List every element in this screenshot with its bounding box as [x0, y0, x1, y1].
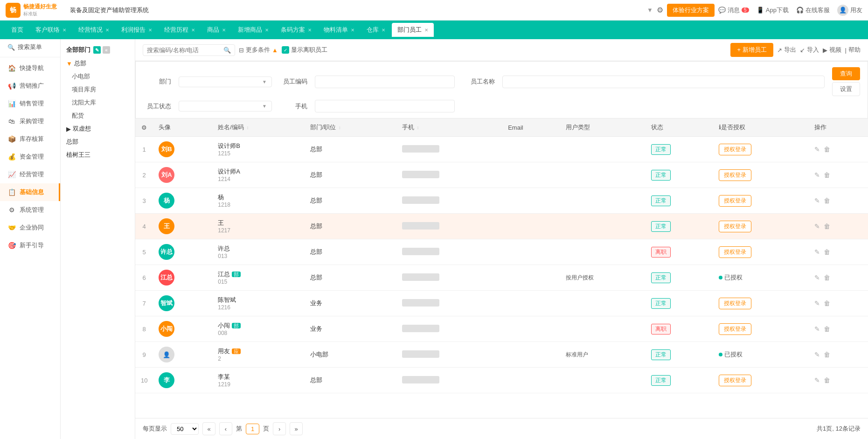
message-button[interactable]: 💬 消息 5 [718, 6, 749, 14]
sidebar-item-marketing[interactable]: 📢 营销推广 [0, 77, 60, 95]
show-resigned-toggle[interactable]: ✓ 显示离职员工 [282, 46, 327, 54]
tab-new-goods[interactable]: 新增商品 ✕ [232, 23, 274, 37]
add-employee-button[interactable]: + 新增员工 [730, 43, 773, 57]
per-page-select[interactable]: 50 100 200 [171, 423, 199, 435]
delete-icon[interactable]: 🗑 [824, 376, 830, 384]
show-resigned-checkbox[interactable]: ✓ [282, 46, 289, 54]
auth-button[interactable]: 授权登录 [719, 246, 751, 258]
dept-edit-icon[interactable]: ✎ [93, 46, 101, 54]
dept-group-shuangxu[interactable]: ▶ 双虚想 [61, 122, 135, 135]
dept-item-shenyang[interactable]: 沈阳大库 [61, 96, 135, 109]
tab-profit[interactable]: 利润报告 ✕ [116, 23, 158, 37]
dept-filter-select[interactable]: ▼ [179, 77, 272, 87]
tab-close-warehouse[interactable]: ✕ [382, 28, 385, 33]
tab-close-profit[interactable]: ✕ [148, 28, 152, 33]
sidebar-item-guide[interactable]: 🎯 新手引导 [0, 237, 60, 254]
experience-button[interactable]: 体验行业方案 [667, 4, 715, 17]
sidebar-item-basic-info[interactable]: 📋 基础信息 [0, 183, 60, 201]
help-button[interactable]: | 帮助 [845, 46, 861, 54]
import-button[interactable]: ↙ 导入 [800, 46, 819, 54]
auth-button[interactable]: 授权登录 [719, 221, 751, 232]
col-dept-role[interactable]: 部门/职位 ↕ [305, 118, 396, 137]
tab-customer[interactable]: 客户联络 ✕ [30, 23, 72, 37]
dept-all-header[interactable]: 全部部门 ✎ « [61, 43, 135, 57]
edit-icon[interactable]: ✎ [814, 351, 820, 358]
edit-icon[interactable]: ✎ [814, 300, 820, 307]
col-phone[interactable]: 手机 ↕ [396, 118, 502, 137]
sidebar-item-quicknav[interactable]: 🏠 快捷导航 [0, 59, 60, 77]
search-box[interactable]: 🔍 [143, 44, 235, 56]
delete-icon[interactable]: 🗑 [824, 171, 830, 179]
search-menu[interactable]: 🔍 搜索菜单 [0, 39, 60, 55]
edit-icon[interactable]: ✎ [814, 376, 820, 384]
emp-name-input[interactable] [502, 76, 825, 88]
auth-button[interactable]: 授权登录 [719, 298, 751, 309]
sidebar-item-sales[interactable]: 📊 销售管理 [0, 95, 60, 112]
sidebar-item-inventory[interactable]: 📦 库存核算 [0, 130, 60, 148]
more-filter-button[interactable]: ⊟ 更多条件 ▲ [239, 46, 278, 54]
online-service-button[interactable]: 🎧 在线客服 [796, 6, 830, 14]
tab-journey[interactable]: 经营历程 ✕ [159, 23, 201, 37]
tab-close-customer[interactable]: ✕ [62, 28, 66, 33]
dropdown-arrow-icon[interactable]: ▼ [647, 7, 653, 14]
tab-close-business[interactable]: ✕ [105, 28, 109, 33]
sidebar-item-purchase[interactable]: 🛍 采购管理 [0, 112, 60, 130]
tab-close-goods[interactable]: ✕ [222, 28, 226, 33]
prev-page-button[interactable]: ‹ [219, 422, 232, 435]
delete-icon[interactable]: 🗑 [824, 223, 830, 230]
auth-button[interactable]: 授权登录 [719, 144, 751, 155]
tab-business[interactable]: 经营情况 ✕ [73, 23, 115, 37]
delete-icon[interactable]: 🗑 [824, 274, 830, 281]
dept-item-zhishu[interactable]: 植树王三 [61, 148, 135, 161]
edit-icon[interactable]: ✎ [814, 146, 820, 153]
search-input[interactable] [147, 47, 222, 54]
edit-icon[interactable]: ✎ [814, 197, 820, 204]
sidebar-item-biz-mgmt[interactable]: 📈 经营管理 [0, 166, 60, 183]
delete-icon[interactable]: 🗑 [824, 300, 830, 307]
auth-button[interactable]: 授权登录 [719, 323, 751, 335]
auth-button[interactable]: 授权登录 [719, 195, 751, 207]
query-button[interactable]: 查询 [832, 67, 860, 80]
edit-icon[interactable]: ✎ [814, 274, 820, 281]
edit-icon[interactable]: ✎ [814, 171, 820, 179]
emp-status-select[interactable]: ▼ [179, 101, 272, 111]
tab-warehouse[interactable]: 仓库 ✕ [361, 23, 391, 37]
dept-collapse-icon[interactable]: « [103, 46, 110, 54]
app-download-button[interactable]: 📱 App下载 [757, 6, 789, 14]
sidebar-item-collab[interactable]: 🤝 企业协同 [0, 219, 60, 237]
auth-button[interactable]: 授权登录 [719, 169, 751, 181]
export-button[interactable]: ↗ 导出 [777, 46, 796, 54]
dept-group-zongbu[interactable]: ▼ 总部 小电部 项目库房 沈阳大库 配货 [61, 57, 135, 122]
tab-close-employees[interactable]: ✕ [424, 28, 428, 33]
delete-icon[interactable]: 🗑 [824, 248, 830, 256]
sidebar-item-finance[interactable]: 💰 资金管理 [0, 148, 60, 166]
delete-icon[interactable]: 🗑 [824, 351, 830, 358]
reset-button[interactable]: 设置 [832, 82, 860, 96]
tab-close-journey[interactable]: ✕ [191, 28, 195, 33]
col-settings[interactable]: ⚙ [135, 118, 153, 137]
col-name-code[interactable]: 姓名/编码 ↕ [212, 118, 304, 137]
next-page-button[interactable]: › [273, 422, 286, 435]
dept-item-zongbu2[interactable]: 总部 [61, 135, 135, 148]
dept-item-xiaodian[interactable]: 小电部 [61, 70, 135, 83]
last-page-button[interactable]: » [290, 422, 303, 435]
tab-employees[interactable]: 部门员工 ✕ [392, 23, 434, 37]
tab-close-barcode[interactable]: ✕ [308, 28, 312, 33]
delete-icon[interactable]: 🗑 [824, 197, 830, 204]
user-button[interactable]: 👤 用友 [837, 5, 862, 16]
sidebar-item-system[interactable]: ⚙ 系统管理 [0, 201, 60, 219]
tab-bom[interactable]: 物料清单 ✕ [318, 23, 360, 37]
settings-icon[interactable]: ⚙ [657, 6, 663, 14]
tab-close-bom[interactable]: ✕ [351, 28, 354, 33]
tab-home[interactable]: 首页 [6, 23, 29, 37]
dept-item-peihuo[interactable]: 配货 [61, 109, 135, 122]
auth-button[interactable]: 授权登录 [719, 375, 751, 386]
delete-icon[interactable]: 🗑 [824, 146, 830, 153]
dept-item-project[interactable]: 项目库房 [61, 83, 135, 96]
first-page-button[interactable]: « [202, 422, 215, 435]
emp-code-input[interactable] [315, 76, 455, 88]
current-page[interactable]: 1 [246, 424, 259, 434]
tab-barcode[interactable]: 条码方案 ✕ [275, 23, 317, 37]
view-button[interactable]: ▶ 视频 [823, 46, 841, 54]
tab-close-new-goods[interactable]: ✕ [265, 28, 269, 33]
